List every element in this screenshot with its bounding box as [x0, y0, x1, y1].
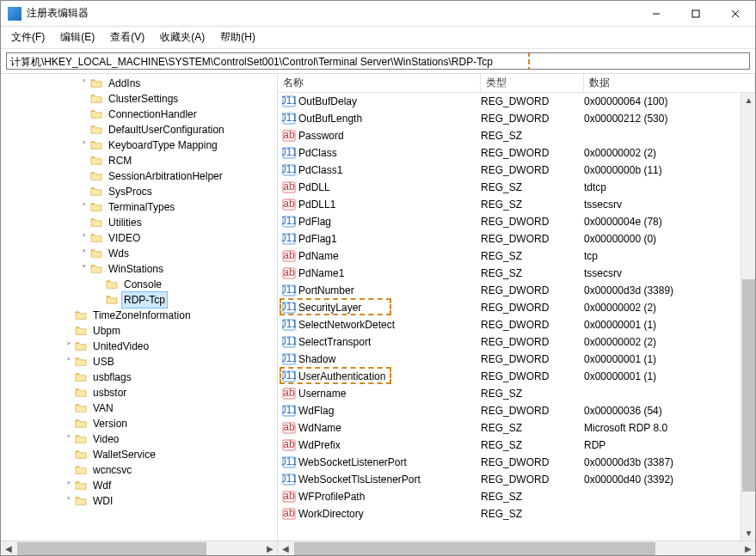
svg-text:ab: ab: [283, 266, 295, 278]
scroll-track[interactable]: [741, 107, 755, 526]
tree-node[interactable]: ˃KeyboardType Mapping: [1, 137, 277, 153]
value-row[interactable]: 011SelectNetworkDetectREG_DWORD0x0000000…: [278, 316, 741, 333]
col-name[interactable]: 名称: [278, 74, 481, 93]
value-row[interactable]: 011UserAuthenticationREG_DWORD0x00000001…: [278, 368, 741, 385]
tree-node[interactable]: RDP-Tcp: [1, 292, 277, 308]
expand-icon[interactable]: ˃: [78, 76, 90, 91]
tree-node[interactable]: ˃USB: [1, 354, 277, 370]
tree-node[interactable]: ˃Wds: [1, 246, 277, 261]
address-input[interactable]: 计算机\HKEY_LOCAL_MACHINE\SYSTEM\ControlSet…: [6, 52, 750, 70]
expand-icon[interactable]: ˃: [63, 354, 75, 370]
maximize-button[interactable]: [676, 1, 716, 27]
expand-icon[interactable]: ˃: [78, 246, 90, 261]
folder-icon: [75, 449, 89, 461]
folder-icon: [106, 294, 120, 306]
tree-node[interactable]: ˃WDI: [1, 493, 277, 509]
menu-edit[interactable]: 编辑(E): [53, 28, 101, 46]
value-row[interactable]: abWorkDirectoryREG_SZ: [278, 505, 741, 522]
value-row[interactable]: abUsernameREG_SZ: [278, 385, 741, 402]
tree-node[interactable]: ˅WinStations: [1, 261, 277, 277]
value-row[interactable]: abWFProfilePathREG_SZ: [278, 488, 741, 505]
menu-view[interactable]: 查看(V): [103, 28, 151, 46]
value-row[interactable]: abPdDLLREG_SZtdtcp: [278, 179, 741, 196]
value-row[interactable]: abPasswordREG_SZ: [278, 127, 741, 144]
value-row[interactable]: 011PdFlag1REG_DWORD0x00000000 (0): [278, 230, 741, 247]
scroll-down-icon[interactable]: ▼: [741, 526, 755, 541]
value-row[interactable]: 011SecurityLayerREG_DWORD0x00000002 (2): [278, 299, 741, 316]
value-row[interactable]: 011PortNumberREG_DWORD0x00000d3d (3389): [278, 282, 741, 299]
svg-text:ab: ab: [283, 490, 295, 502]
tree-node[interactable]: SysProcs: [1, 184, 277, 199]
value-row[interactable]: 011PdFlagREG_DWORD0x0000004e (78): [278, 213, 741, 230]
tree-node[interactable]: Console: [1, 277, 277, 292]
value-row[interactable]: abWdPrefixREG_SZRDP: [278, 437, 741, 454]
scroll-track[interactable]: [292, 541, 741, 556]
minimize-button[interactable]: [636, 1, 676, 27]
value-row[interactable]: 011OutBufDelayREG_DWORD0x00000064 (100): [278, 93, 741, 110]
tree-node[interactable]: ˃AddIns: [1, 76, 277, 91]
value-row[interactable]: 011ShadowREG_DWORD0x00000001 (1): [278, 351, 741, 368]
menu-help[interactable]: 帮助(H): [213, 28, 262, 46]
tree-node[interactable]: wcncsvc: [1, 462, 277, 478]
col-data[interactable]: 数据: [584, 74, 755, 93]
value-row[interactable]: 011PdClassREG_DWORD0x00000002 (2): [278, 144, 741, 162]
value-name: UserAuthentication: [297, 370, 481, 382]
scroll-up-icon[interactable]: ▲: [741, 93, 755, 107]
scroll-right-icon[interactable]: ▶: [741, 541, 755, 556]
scroll-left-icon[interactable]: ◀: [1, 541, 15, 556]
tree-node[interactable]: ˃UnitedVideo: [1, 339, 277, 354]
scroll-track[interactable]: [15, 541, 262, 556]
scroll-left-icon[interactable]: ◀: [278, 541, 292, 556]
tree[interactable]: ˃AddInsClusterSettingsConnectionHandlerD…: [1, 74, 277, 541]
scroll-right-icon[interactable]: ▶: [262, 541, 277, 556]
expand-icon[interactable]: ˃: [78, 230, 90, 246]
expand-icon[interactable]: ˃: [63, 493, 75, 509]
value-row[interactable]: 011WebSocketListenerPortREG_DWORD0x00000…: [278, 454, 741, 471]
tree-node[interactable]: VAN: [1, 400, 277, 416]
expand-icon[interactable]: ˃: [78, 137, 90, 153]
tree-node[interactable]: Version: [1, 416, 277, 431]
tree-node[interactable]: DefaultUserConfiguration: [1, 122, 277, 137]
values-list[interactable]: 011OutBufDelayREG_DWORD0x00000064 (100)0…: [278, 93, 741, 541]
tree-node[interactable]: WalletService: [1, 447, 277, 462]
scroll-thumb[interactable]: [742, 279, 755, 492]
tree-node[interactable]: ˃Wdf: [1, 478, 277, 493]
value-row[interactable]: 011WebSocketTlsListenerPortREG_DWORD0x00…: [278, 471, 741, 488]
tree-node[interactable]: ConnectionHandler: [1, 107, 277, 122]
expand-icon[interactable]: ˃: [63, 478, 75, 493]
expand-icon[interactable]: ˅: [78, 261, 90, 277]
tree-node[interactable]: RCM: [1, 153, 277, 168]
expand-icon[interactable]: ˃: [63, 339, 75, 354]
value-row[interactable]: abPdDLL1REG_SZtssecsrv: [278, 196, 741, 213]
tree-node[interactable]: ˃Video: [1, 431, 277, 447]
close-button[interactable]: [716, 1, 755, 27]
tree-node[interactable]: usbflags: [1, 370, 277, 385]
tree-node[interactable]: ClusterSettings: [1, 91, 277, 107]
tree-node[interactable]: usbstor: [1, 385, 277, 400]
titlebar: 注册表编辑器: [1, 1, 755, 27]
expand-icon[interactable]: ˃: [63, 431, 75, 447]
tree-node[interactable]: Utilities: [1, 215, 277, 230]
value-row[interactable]: abPdName1REG_SZtssecsrv: [278, 265, 741, 282]
scroll-thumb[interactable]: [294, 542, 655, 555]
value-row[interactable]: abPdNameREG_SZtcp: [278, 247, 741, 265]
expand-icon[interactable]: ˃: [78, 199, 90, 215]
values-hscroll[interactable]: ◀ ▶: [278, 541, 755, 555]
tree-node[interactable]: ˃VIDEO: [1, 230, 277, 246]
value-row[interactable]: abWdNameREG_SZMicrosoft RDP 8.0: [278, 419, 741, 437]
value-row[interactable]: 011OutBufLengthREG_DWORD0x00000212 (530): [278, 110, 741, 127]
value-row[interactable]: 011PdClass1REG_DWORD0x0000000b (11): [278, 162, 741, 179]
col-type[interactable]: 类型: [481, 74, 584, 93]
tree-node[interactable]: TimeZoneInformation: [1, 308, 277, 323]
menu-favorites[interactable]: 收藏夹(A): [153, 28, 212, 46]
menu-file[interactable]: 文件(F): [4, 28, 52, 46]
folder-icon: [75, 325, 89, 337]
value-row[interactable]: 011SelectTransportREG_DWORD0x00000002 (2…: [278, 333, 741, 351]
tree-node[interactable]: SessionArbitrationHelper: [1, 168, 277, 184]
scroll-thumb[interactable]: [17, 542, 206, 555]
value-row[interactable]: 011WdFlagREG_DWORD0x00000036 (54): [278, 402, 741, 419]
tree-node[interactable]: ˃TerminalTypes: [1, 199, 277, 215]
tree-node[interactable]: Ubpm: [1, 323, 277, 339]
tree-hscroll[interactable]: ◀ ▶: [1, 541, 277, 555]
values-vscroll[interactable]: ▲ ▼: [741, 93, 755, 541]
